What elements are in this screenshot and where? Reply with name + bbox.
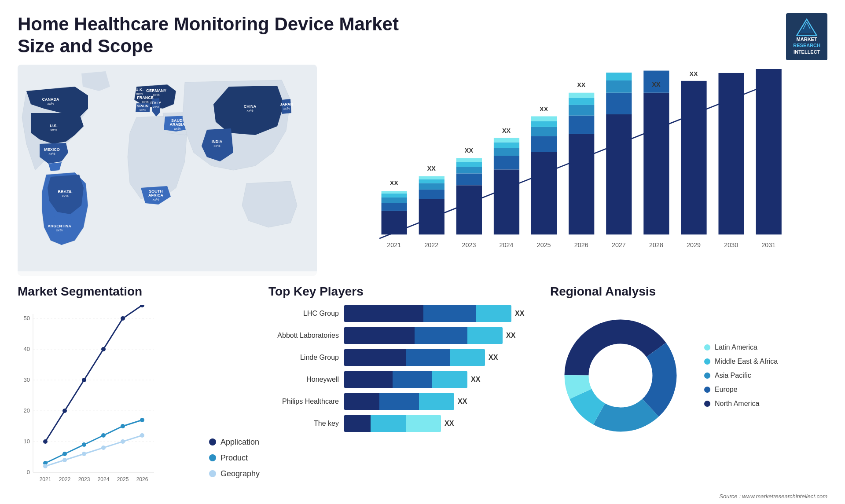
svg-text:30: 30 (24, 376, 30, 383)
logo-icon (796, 18, 818, 36)
svg-rect-83 (719, 73, 744, 234)
svg-rect-41 (382, 197, 407, 203)
legend-europe-label: Europe (715, 386, 738, 394)
svg-text:40: 40 (24, 346, 30, 352)
seg-chart-svg: 0 10 20 30 40 50 2021 2022 2023 2024 202… (18, 305, 158, 490)
svg-rect-66 (531, 121, 557, 127)
legend-product-dot (209, 454, 216, 461)
svg-text:50: 50 (24, 315, 30, 321)
legend-item-europe: Europe (704, 386, 778, 394)
svg-text:U.K.: U.K. (136, 88, 143, 92)
svg-text:2027: 2027 (612, 241, 626, 248)
donut-legend: Latin America Middle East & Africa Asia … (704, 343, 778, 408)
svg-point-129 (121, 424, 125, 428)
svg-text:CANADA: CANADA (42, 97, 59, 102)
svg-rect-75 (606, 114, 632, 234)
source-text: Source : www.marketresearchintellect.com (719, 493, 827, 500)
svg-text:xx%: xx% (213, 144, 220, 148)
svg-rect-61 (494, 138, 519, 142)
svg-point-121 (82, 378, 86, 382)
svg-rect-39 (382, 211, 407, 234)
player-bar-wrapper: XX (344, 349, 541, 366)
legend-latin-dot (704, 344, 710, 351)
svg-text:2029: 2029 (687, 241, 701, 248)
player-bar-wrapper: XX (344, 415, 541, 432)
svg-text:10: 10 (24, 438, 30, 445)
svg-rect-58 (494, 156, 519, 169)
legend-application-label: Application (220, 438, 259, 447)
svg-point-128 (101, 433, 106, 438)
svg-text:CHINA: CHINA (244, 104, 257, 109)
svg-rect-59 (494, 148, 519, 156)
svg-point-133 (82, 452, 86, 456)
svg-text:xx%: xx% (139, 108, 146, 112)
svg-text:2028: 2028 (649, 241, 663, 248)
player-bar (344, 327, 503, 344)
svg-rect-47 (419, 183, 445, 190)
player-bar-wrapper: XX (344, 393, 541, 410)
legend-product-label: Product (220, 453, 248, 463)
svg-point-131 (43, 464, 48, 468)
map-section: CANADA xx% U.S. xx% MEXICO xx% BRAZIL xx… (18, 65, 317, 276)
svg-rect-55 (456, 158, 482, 162)
svg-text:2030: 2030 (724, 241, 738, 248)
legend-application-dot (209, 438, 216, 446)
legend-northamerica-dot (704, 401, 710, 407)
svg-text:2021: 2021 (387, 241, 401, 248)
svg-rect-43 (382, 191, 407, 194)
table-row: Honeywell XX (268, 371, 541, 388)
svg-rect-82 (681, 81, 706, 234)
player-name: Abbott Laboratories (268, 332, 339, 340)
table-row: Linde Group XX (268, 349, 541, 366)
svg-rect-65 (531, 127, 557, 136)
svg-text:XX: XX (577, 81, 586, 88)
svg-point-120 (62, 409, 67, 413)
svg-text:2022: 2022 (424, 241, 438, 248)
svg-rect-84 (756, 69, 782, 234)
svg-text:xx%: xx% (56, 228, 62, 232)
table-row: Philips Healthcare XX (268, 393, 541, 410)
svg-text:BRAZIL: BRAZIL (58, 190, 73, 194)
svg-text:xx%: xx% (62, 194, 68, 198)
svg-text:2025: 2025 (117, 476, 129, 482)
svg-point-142 (589, 344, 652, 407)
segmentation-content: 0 10 20 30 40 50 2021 2022 2023 2024 202… (18, 305, 260, 492)
svg-rect-54 (456, 162, 482, 167)
svg-text:XX: XX (540, 106, 548, 113)
svg-text:2025: 2025 (537, 241, 551, 248)
svg-text:2026: 2026 (136, 476, 148, 482)
svg-text:xx%: xx% (174, 127, 180, 131)
legend-geography-label: Geography (220, 469, 260, 478)
player-value: XX (515, 310, 524, 318)
legend-latin-label: Latin America (715, 343, 757, 351)
svg-point-130 (140, 418, 144, 422)
svg-text:JAPAN: JAPAN (280, 102, 293, 106)
svg-text:xx%: xx% (50, 128, 57, 132)
donut-container: Latin America Middle East & Africa Asia … (550, 305, 827, 446)
player-value: XX (471, 376, 480, 383)
svg-text:2024: 2024 (500, 241, 514, 248)
svg-text:xx%: xx% (283, 106, 290, 110)
svg-text:XX: XX (727, 69, 736, 70)
svg-rect-46 (419, 190, 445, 199)
logo-area: MARKET RESEARCH INTELLECT (786, 13, 827, 60)
legend-geography: Geography (209, 469, 260, 478)
svg-text:2031: 2031 (761, 241, 775, 248)
svg-text:MEXICO: MEXICO (44, 147, 60, 152)
svg-text:XX: XX (427, 165, 436, 172)
svg-text:20: 20 (24, 407, 30, 414)
player-bar-wrapper: XX (344, 371, 541, 388)
segmentation-title: Market Segmentation (18, 285, 260, 299)
svg-text:xx%: xx% (47, 102, 54, 106)
regional-title: Regional Analysis (550, 285, 827, 299)
svg-rect-71 (569, 105, 594, 115)
svg-point-124 (140, 305, 144, 307)
legend-apac-label: Asia Pacific (715, 372, 751, 380)
svg-text:xx%: xx% (153, 93, 159, 97)
segmentation-section: Market Segmentation 0 10 20 (18, 285, 260, 504)
regional-section: Regional Analysis (550, 285, 827, 504)
player-bar-container: LHC Group XX Abbott Laboratories (268, 305, 541, 432)
svg-text:XX: XX (465, 147, 474, 154)
player-name: Honeywell (268, 376, 339, 383)
svg-point-134 (101, 446, 106, 450)
